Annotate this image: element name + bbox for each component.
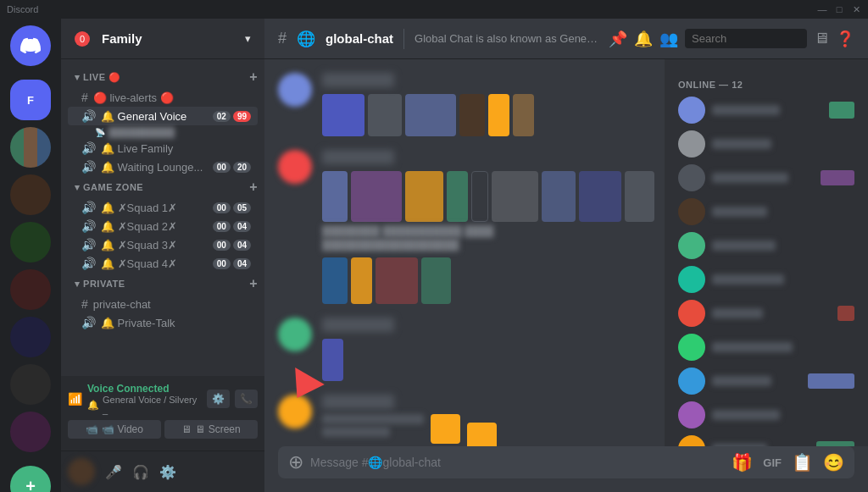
- mute-button[interactable]: 🎤: [102, 460, 125, 484]
- member-item-1[interactable]: [671, 93, 861, 127]
- inbox-button[interactable]: 🖥: [814, 30, 829, 47]
- member-avatar-5: [678, 232, 705, 259]
- text-channel-icon: #: [81, 91, 88, 104]
- server-family[interactable]: F: [10, 80, 51, 120]
- header-divider: [403, 29, 404, 49]
- member-item-10[interactable]: [671, 398, 861, 432]
- img-2-7: [542, 171, 576, 222]
- channel-live-family[interactable]: 🔊 🔔 Live Family: [68, 139, 258, 158]
- add-message-button[interactable]: ⊕: [288, 451, 303, 473]
- user-controls: 🎤 🎧 ⚙️: [102, 460, 180, 484]
- voice-channel-name: 🔔 General Voice / Silvery _: [87, 395, 202, 415]
- server-7[interactable]: [10, 364, 51, 405]
- channel-topic: Global Chat is also known as General Cha…: [415, 32, 598, 45]
- message-input[interactable]: [310, 446, 725, 478]
- channel-squad2[interactable]: 🔊 🔔 ✗Squad 2✗ 00 04: [68, 217, 258, 235]
- channel-private-chat[interactable]: # private-chat: [68, 295, 258, 313]
- msg-content-2: ████████ █████: [322, 150, 654, 251]
- title-bar-controls: — □ ✕: [817, 4, 861, 14]
- add-server-button[interactable]: +: [10, 466, 51, 492]
- message-group-4: ████████: [278, 395, 651, 446]
- voice-status-text: Voice Connected: [87, 383, 202, 395]
- member-item-2[interactable]: [671, 127, 861, 161]
- member-item-6[interactable]: [671, 263, 861, 296]
- restore-button[interactable]: □: [834, 4, 844, 14]
- msg-image-block-6: [513, 94, 534, 136]
- voice-disconnect-btn[interactable]: 📞: [235, 390, 258, 408]
- gift-button[interactable]: 🎁: [732, 452, 753, 473]
- msg-header-3: ████████: [322, 318, 651, 332]
- message-input-container: ⊕ 🎁 GIF 📋 😊: [278, 446, 854, 478]
- img-2-9: [625, 171, 654, 222]
- search-input[interactable]: [685, 29, 807, 48]
- server-4[interactable]: [10, 222, 51, 263]
- server-5[interactable]: [10, 269, 51, 310]
- server-header[interactable]: 0 Family ▾: [61, 19, 264, 59]
- minimize-button[interactable]: —: [817, 4, 827, 14]
- emoji-button[interactable]: 😊: [823, 452, 844, 473]
- voice-sub-item: 📡 ██████████: [68, 125, 258, 139]
- voice-settings-btn[interactable]: ⚙️: [207, 390, 230, 408]
- close-button[interactable]: ✕: [851, 4, 861, 14]
- waiting-badges: 00 20: [213, 162, 251, 173]
- server-notification-badge: 0: [75, 31, 90, 47]
- channel-squad4[interactable]: 🔊 🔔 ✗Squad 4✗ 00 04: [68, 254, 258, 273]
- member-item-3[interactable]: [671, 161, 861, 195]
- deafen-button[interactable]: 🎧: [129, 460, 153, 484]
- img-2-2: [351, 171, 402, 222]
- category-gamezone[interactable]: ▾ GAME ZONE +: [61, 176, 264, 198]
- member-badge-7: [837, 306, 854, 321]
- title-bar: Discord — □ ✕: [0, 0, 868, 19]
- member-item-5[interactable]: [671, 229, 861, 263]
- msg-header-1: ████████: [322, 73, 651, 87]
- voice-icon-private: 🔊: [81, 316, 96, 329]
- channel-header: # 🌐 global-chat Global Chat is also know…: [264, 19, 868, 59]
- member-item-8[interactable]: [671, 330, 861, 364]
- category-live[interactable]: ▾ LIVE 🔴 +: [61, 66, 264, 88]
- channel-squad3[interactable]: 🔊 🔔 ✗Squad 3✗ 00 04: [68, 235, 258, 254]
- server-3[interactable]: [10, 174, 51, 215]
- channel-live-alerts[interactable]: # 🔴 live-alerts 🔴: [68, 88, 258, 107]
- channel-waiting-lounge[interactable]: 🔊 🔔 Waiting Lounge... 00 20: [68, 158, 258, 176]
- channel-squad1[interactable]: 🔊 🔔 ✗Squad 1✗ 00 05: [68, 198, 258, 217]
- category-live-add[interactable]: +: [249, 69, 258, 85]
- notifications-button[interactable]: 🔔: [634, 30, 653, 48]
- category-gamezone-add[interactable]: +: [249, 180, 258, 195]
- video-button[interactable]: 📹 📹 Video: [68, 420, 161, 439]
- app-name: Discord: [7, 4, 38, 14]
- member-badge-3: [821, 170, 854, 185]
- member-item-9[interactable]: [671, 364, 861, 398]
- channel-general-voice[interactable]: 🔊 🔔 General Voice 02 99: [68, 107, 258, 125]
- app-layout: F + 🧭 0 Family ▾ ▾ LIVE 🔴 +: [0, 19, 868, 492]
- discord-home-button[interactable]: [10, 25, 51, 66]
- member-item-7[interactable]: [671, 296, 861, 330]
- gif-button[interactable]: GIF: [763, 456, 782, 469]
- member-item-11[interactable]: [671, 432, 861, 446]
- server-name: Family: [102, 31, 142, 46]
- member-item-4[interactable]: [671, 195, 861, 229]
- members-button[interactable]: 👥: [659, 30, 678, 48]
- content-area: ████████: [264, 59, 868, 446]
- category-private-add[interactable]: +: [249, 276, 258, 291]
- sticker-button[interactable]: 📋: [792, 452, 813, 473]
- server-6[interactable]: [10, 317, 51, 357]
- msg-image-block-4: [459, 94, 485, 136]
- category-private-label: ▾ PRIVATE: [75, 279, 125, 290]
- msg-image-row-3: [322, 339, 651, 381]
- screen-share-button[interactable]: 🖥 🖥 Screen: [164, 420, 258, 439]
- server-2[interactable]: [10, 127, 51, 168]
- help-button[interactable]: ❓: [836, 30, 854, 48]
- member-avatar-10: [678, 401, 705, 428]
- messages-area: ████████: [264, 59, 665, 446]
- img-3-3: [376, 257, 418, 304]
- channel-private-talk[interactable]: 🔊 🔔 Private-Talk: [68, 313, 258, 332]
- voice-icon-sq4: 🔊: [81, 257, 96, 270]
- category-private[interactable]: ▾ PRIVATE +: [61, 273, 264, 295]
- user-area: 🎤 🎧 ⚙️: [61, 451, 264, 492]
- voice-bars-icon: 📶: [68, 392, 82, 406]
- server-8[interactable]: [10, 412, 51, 452]
- user-settings-button[interactable]: ⚙️: [156, 460, 180, 484]
- voice-icon-sq1: 🔊: [81, 201, 96, 214]
- msg-content-4: ████████: [322, 395, 651, 446]
- pins-button[interactable]: 📌: [609, 30, 627, 48]
